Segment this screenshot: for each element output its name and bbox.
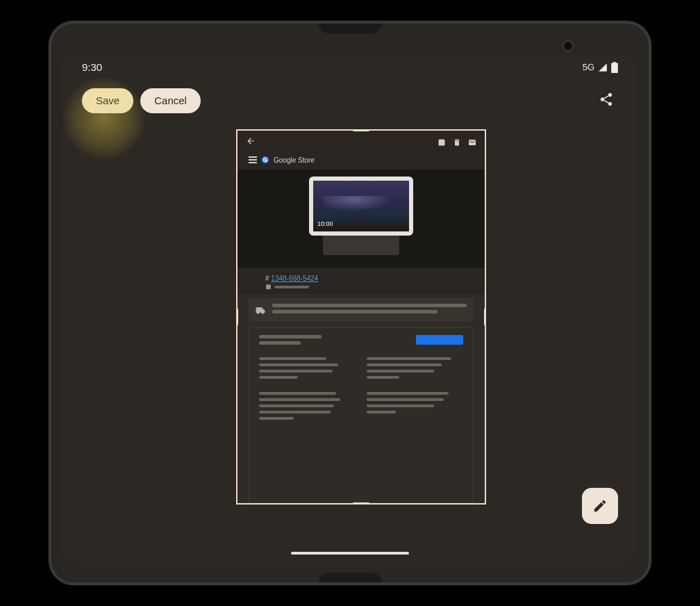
delete-icon (453, 138, 461, 147)
crop-handle-left[interactable] (236, 308, 238, 326)
cancel-button[interactable]: Cancel (140, 88, 201, 113)
smart-display-device: 10:00 (309, 177, 413, 255)
store-title: Google Store (274, 156, 315, 164)
hinge-top (319, 21, 381, 33)
order-info: # 1348-688-5424 (238, 268, 485, 294)
smart-display-screen: 10:00 (309, 177, 413, 236)
top-actions: Save Cancel (82, 88, 618, 113)
crop-handle-right[interactable] (484, 308, 486, 326)
order-date-row (265, 284, 457, 290)
crop-handle-top[interactable] (352, 129, 370, 131)
order-details-card (249, 327, 474, 503)
front-camera (564, 42, 572, 50)
signal-icon (597, 63, 608, 72)
action-button-placeholder (416, 335, 463, 345)
order-number-link: 1348-688-5424 (271, 275, 318, 282)
share-icon (599, 92, 614, 107)
back-arrow-icon (246, 136, 256, 146)
side-button (650, 183, 651, 225)
side-button (49, 190, 50, 218)
status-time: 9:30 (82, 61, 102, 73)
status-right: 5G (583, 62, 618, 73)
order-prefix: # (265, 275, 269, 282)
screen: 9:30 5G Save Cancel (62, 54, 638, 564)
gesture-bar[interactable] (291, 552, 409, 555)
side-button (49, 385, 50, 413)
screenshot-store-header: Google Store (238, 152, 485, 170)
calendar-icon (265, 284, 272, 290)
archive-icon (438, 138, 446, 147)
device-clock: 10:00 (317, 220, 333, 227)
screenshot-crop-area[interactable]: Google Store 10:00 # 1348-688-5424 (236, 129, 486, 505)
save-button[interactable]: Save (82, 88, 133, 113)
shipping-notice (249, 298, 474, 322)
device-frame: 9:30 5G Save Cancel (49, 21, 651, 585)
edit-button[interactable] (582, 488, 618, 524)
crop-handle-bottom[interactable] (352, 502, 370, 505)
share-button[interactable] (594, 88, 618, 113)
pencil-icon (592, 498, 608, 514)
truck-icon (256, 305, 265, 316)
menu-icon (249, 159, 257, 161)
product-image-area: 10:00 (238, 170, 485, 268)
side-button (650, 246, 651, 329)
mail-icon (468, 138, 476, 147)
smart-display-stand (323, 236, 399, 255)
network-label: 5G (583, 62, 594, 72)
google-logo-icon (261, 156, 269, 164)
hinge-bottom (319, 573, 381, 585)
screenshot-app-header (238, 131, 485, 152)
battery-icon (611, 62, 618, 73)
status-bar: 9:30 5G (62, 54, 638, 76)
